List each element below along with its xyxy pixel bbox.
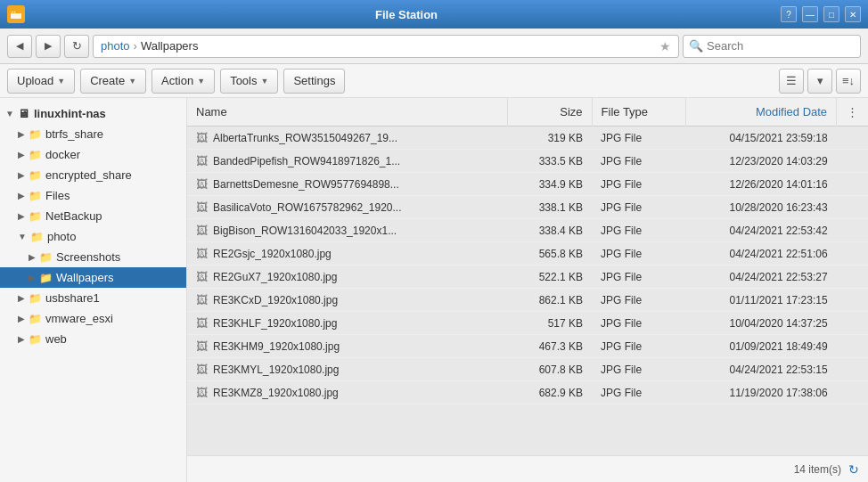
cell-more-7 [837, 289, 868, 312]
upload-button[interactable]: Upload ▼ [7, 69, 75, 94]
file-icon-4: 🖼 [196, 224, 208, 237]
sidebar-item-vmware_esxi[interactable]: ▶ 📁 vmware_esxi [0, 308, 186, 329]
upload-label: Upload [17, 74, 53, 87]
table-row[interactable]: 🖼 RE2Gsjc_1920x1080.jpg 565.8 KB JPG Fil… [187, 242, 868, 266]
file-icon-10: 🖼 [196, 363, 208, 376]
path-segment-photo[interactable]: photo [101, 39, 130, 53]
table-row[interactable]: 🖼 BigBison_ROW1316042033_1920x1... 338.4… [187, 219, 868, 242]
file-name-text-7: RE3KCxD_1920x1080.jpg [213, 294, 338, 306]
action-button[interactable]: Action ▼ [151, 69, 215, 94]
sidebar-item-usbshare1[interactable]: ▶ 📁 usbshare1 [0, 288, 186, 308]
path-segment-wallpapers[interactable]: Wallpapers [141, 39, 199, 53]
file-name-text-10: RE3KMYL_1920x1080.jpg [213, 364, 339, 376]
menu-view-button[interactable]: ☰ [779, 69, 804, 94]
window-controls: ? — □ ✕ [781, 6, 861, 22]
search-input[interactable] [707, 39, 855, 53]
minimize-button[interactable]: — [802, 6, 818, 22]
sidebar-root[interactable]: ▼ 🖥 linuxhint-nas [0, 103, 186, 124]
sidebar-item-label-encrypted_share: encrypted_share [45, 168, 132, 182]
cell-date-0: 04/15/2021 23:59:18 [686, 127, 837, 150]
cell-type-2: JPG File [592, 173, 686, 196]
table-row[interactable]: 🖼 RE3KHM9_1920x1080.jpg 467.3 KB JPG Fil… [187, 335, 868, 358]
sidebar-item-label-photo: photo [47, 230, 77, 243]
vmware_esxi-caret-icon: ▶ [18, 314, 25, 323]
cell-name-6: 🖼 RE2GuX7_1920x1080.jpg [187, 266, 507, 289]
cell-name-0: 🖼 AlbertaTrunks_ROW3515049267_19... [187, 127, 507, 150]
cell-size-4: 338.4 KB [507, 219, 592, 242]
cell-date-4: 04/24/2021 22:53:42 [686, 219, 837, 242]
settings-button[interactable]: Settings [283, 69, 345, 94]
view-controls: ☰ ▾ ≡↓ [779, 69, 861, 94]
sidebar-item-label-Files: Files [45, 189, 70, 202]
upload-caret: ▼ [57, 77, 65, 86]
NetBackup-caret-icon: ▶ [18, 211, 25, 221]
cell-name-10: 🖼 RE3KMYL_1920x1080.jpg [187, 358, 507, 381]
table-row[interactable]: 🖼 RE3KCxD_1920x1080.jpg 862.1 KB JPG Fil… [187, 289, 868, 312]
path-separator: › [134, 39, 137, 53]
photo-caret-icon: ▼ [18, 232, 27, 241]
sidebar-item-label-vmware_esxi: vmware_esxi [45, 312, 113, 325]
cell-type-9: JPG File [592, 335, 686, 358]
sidebar-item-encrypted_share[interactable]: ▶ 📁 encrypted_share [0, 165, 186, 185]
sidebar-item-Screenshots[interactable]: ▶ 📁 Screenshots [0, 247, 186, 267]
cell-more-3 [837, 196, 868, 219]
cell-date-11: 11/19/2020 17:38:06 [686, 381, 837, 404]
close-button[interactable]: ✕ [845, 6, 861, 22]
Wallpapers-folder-icon: 📁 [39, 272, 53, 284]
address-bar: ◀ ▶ ↻ photo › Wallpapers ★ 🔍 [0, 29, 868, 64]
table-row[interactable]: 🖼 BasilicaVoto_ROW1675782962_1920... 338… [187, 196, 868, 219]
table-row[interactable]: 🖼 BandedPipefish_ROW9418971826_1... 333.… [187, 150, 868, 173]
forward-button[interactable]: ▶ [36, 35, 61, 58]
sidebar-item-btrfs_share[interactable]: ▶ 📁 btrfs_share [0, 124, 186, 144]
cell-size-7: 862.1 KB [507, 289, 592, 312]
view-more-button[interactable]: ▾ [807, 69, 832, 94]
col-modified[interactable]: Modified Date [686, 98, 837, 127]
create-caret: ▼ [128, 77, 136, 86]
col-size[interactable]: Size [507, 98, 592, 127]
table-header-row: Name Size File Type Modified Date ⋮ [187, 98, 868, 127]
col-type[interactable]: File Type [592, 98, 686, 127]
tools-caret: ▼ [261, 77, 269, 86]
file-icon-2: 🖼 [196, 177, 208, 191]
cell-size-10: 607.8 KB [507, 358, 592, 381]
search-box[interactable]: 🔍 [683, 35, 861, 58]
cell-type-7: JPG File [592, 289, 686, 312]
file-name-text-5: RE2Gsjc_1920x1080.jpg [213, 248, 332, 260]
path-bar[interactable]: photo › Wallpapers ★ [93, 35, 679, 58]
encrypted_share-caret-icon: ▶ [18, 170, 25, 180]
maximize-button[interactable]: □ [823, 6, 839, 22]
file-icon-0: 🖼 [196, 131, 208, 144]
Screenshots-folder-icon: 📁 [39, 251, 53, 264]
table-row[interactable]: 🖼 RE2GuX7_1920x1080.jpg 522.1 KB JPG Fil… [187, 266, 868, 289]
create-button[interactable]: Create ▼ [80, 69, 146, 94]
main-layout: ▼ 🖥 linuxhint-nas ▶ 📁 btrfs_share ▶ 📁 do… [0, 98, 868, 482]
sidebar-item-Files[interactable]: ▶ 📁 Files [0, 185, 186, 206]
table-row[interactable]: 🖼 RE3KHLF_1920x1080.jpg 517 KB JPG File … [187, 312, 868, 335]
tools-button[interactable]: Tools ▼ [220, 69, 278, 94]
file-name-text-4: BigBison_ROW1316042033_1920x1... [213, 225, 397, 237]
sidebar-item-web[interactable]: ▶ 📁 web [0, 329, 186, 349]
cell-date-1: 12/23/2020 14:03:29 [686, 150, 837, 173]
table-row[interactable]: 🖼 RE3KMZ8_1920x1080.jpg 682.9 KB JPG Fil… [187, 381, 868, 404]
col-more[interactable]: ⋮ [837, 98, 868, 127]
table-row[interactable]: 🖼 BarnettsDemesne_ROW9577694898... 334.9… [187, 173, 868, 196]
sort-button[interactable]: ≡↓ [836, 69, 861, 94]
sidebar-item-label-web: web [45, 332, 67, 346]
sidebar-item-NetBackup[interactable]: ▶ 📁 NetBackup [0, 206, 186, 226]
col-name[interactable]: Name [187, 98, 507, 127]
address-refresh-button[interactable]: ↻ [64, 35, 89, 58]
table-row[interactable]: 🖼 RE3KMYL_1920x1080.jpg 607.8 KB JPG Fil… [187, 358, 868, 381]
cell-size-8: 517 KB [507, 312, 592, 335]
cell-more-1 [837, 150, 868, 173]
bookmark-star[interactable]: ★ [659, 39, 671, 53]
sidebar-item-docker[interactable]: ▶ 📁 docker [0, 144, 186, 165]
sidebar-item-photo[interactable]: ▼ 📁 photo [0, 226, 186, 247]
sidebar-item-Wallpapers[interactable]: ▶ 📁 Wallpapers [0, 267, 186, 288]
usbshare1-folder-icon: 📁 [29, 292, 42, 305]
help-button[interactable]: ? [781, 6, 797, 22]
web-caret-icon: ▶ [18, 334, 25, 344]
table-row[interactable]: 🖼 AlbertaTrunks_ROW3515049267_19... 319 … [187, 127, 868, 150]
status-refresh-button[interactable]: ↻ [848, 462, 859, 477]
sidebar-item-label-Screenshots: Screenshots [56, 250, 120, 264]
back-button[interactable]: ◀ [7, 35, 32, 58]
